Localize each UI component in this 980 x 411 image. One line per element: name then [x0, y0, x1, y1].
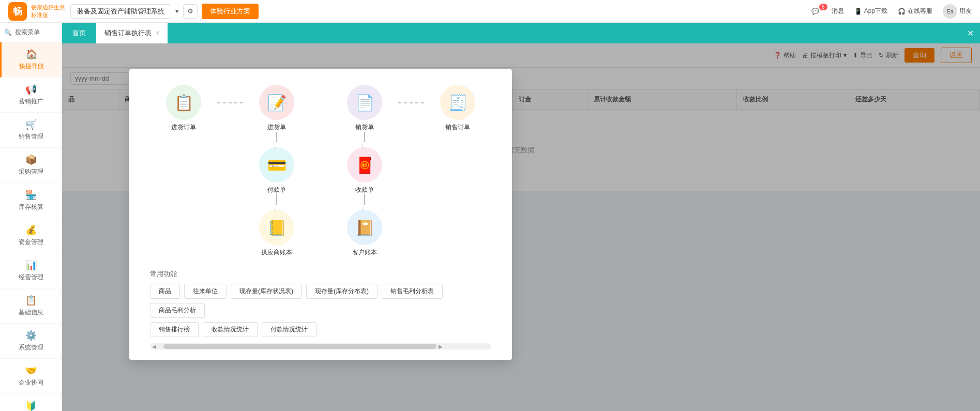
workflow-row-1: 📋 进货订单 📝 进货单: [150, 85, 491, 132]
search-icon: 🔍: [4, 29, 12, 36]
logo-icon: 畅: [8, 2, 27, 21]
wf-label-purchase-bill: 进货单: [267, 123, 286, 132]
wf-label-sales-bill: 销货单: [355, 123, 374, 132]
system-title[interactable]: 装备及固定资产辅助管理系统: [70, 4, 171, 19]
workflow-section: 📋 进货订单 📝 进货单: [150, 85, 491, 257]
sidebar-item-purchase[interactable]: 📦 采购管理: [0, 148, 62, 183]
purchase-bill-icon: 📝: [267, 94, 287, 112]
user-avatar: Ea: [943, 4, 957, 19]
wf-circle-customer-ledger: 📔: [347, 210, 382, 245]
wf-item-supplier-ledger[interactable]: 📒 供应商账本: [243, 210, 310, 257]
common-functions: 常用功能 商品 往来单位 现存量(库存状况表) 现存量(库存分布表) 销售毛利分…: [150, 269, 491, 337]
wf-arrow-down-purchase: ↓: [276, 132, 277, 142]
sidebar: 🔍 搜索菜单 🏠 快捷导航 📢 营销推广 🛒 销售管理 📦 采购管理 🏪 库存核…: [0, 23, 62, 411]
cf-btn-payment-stats[interactable]: 付款情况统计: [262, 322, 316, 337]
wf-circle-supplier-ledger: 📒: [259, 210, 294, 245]
sidebar-item-marketing[interactable]: 📢 营销推广: [0, 78, 62, 113]
main-layout: 🔍 搜索菜单 🏠 快捷导航 📢 营销推广 🛒 销售管理 📦 采购管理 🏪 库存核…: [0, 23, 980, 411]
wf-label-supplier-ledger: 供应商账本: [261, 248, 292, 257]
workflow-arrows-row: ↓ ↓: [150, 132, 491, 142]
customer-ledger-icon: 📔: [355, 219, 374, 237]
message-icon: 💬: [811, 8, 819, 15]
sidebar-item-operations[interactable]: 📊 经营管理: [0, 253, 62, 288]
sidebar-item-system[interactable]: ⚙️ 系统管理: [0, 324, 62, 359]
page-content: ❓ 帮助 🖨 按模板打印 ▾ ⬆ 导出 ↻ 刷新: [62, 43, 980, 411]
marketing-icon: 📢: [25, 84, 37, 95]
sales-icon: 🛒: [25, 119, 37, 130]
wf-circle-purchase-order: 📋: [166, 85, 201, 120]
cf-title: 常用功能: [150, 269, 491, 279]
logo-text: 畅康通好生意 标准版: [31, 4, 65, 19]
popup-scrollbar[interactable]: ◀ ▶: [150, 343, 491, 349]
wf-label-customer-ledger: 客户账本: [352, 248, 377, 257]
basic-info-icon: 📋: [25, 295, 37, 306]
online-service-button[interactable]: 🎧 在线客服: [898, 7, 932, 16]
sidebar-item-finance[interactable]: 💰 资金管理: [0, 218, 62, 253]
workflow-arrows-row-2: ↓ ↓: [150, 194, 491, 205]
cf-btn-sales-ranking[interactable]: 销售排行榜: [150, 322, 199, 337]
search-menu-button[interactable]: 🔍 搜索菜单: [0, 23, 62, 42]
inventory-icon: 🏪: [25, 189, 37, 201]
gear-settings-icon[interactable]: ⚙: [183, 4, 198, 19]
sidebar-item-quick-nav[interactable]: 🏠 快捷导航: [0, 42, 62, 78]
system-icon: ⚙️: [25, 330, 37, 341]
wf-circle-purchase-bill: 📝: [259, 85, 294, 120]
sidebar-item-enterprise[interactable]: 🤝 企业协同: [0, 359, 62, 394]
message-button[interactable]: 💬 6 消息: [811, 7, 844, 16]
wf-circle-receipt-bill: 🧧: [347, 147, 382, 182]
wf-item-sales-order[interactable]: 🧾 销售订单: [424, 85, 491, 132]
tab-bar-close-icon[interactable]: ✕: [967, 28, 980, 38]
sidebar-item-basic-info[interactable]: 📋 基础信息: [0, 288, 62, 324]
wf-label-payment-bill: 付款单: [267, 186, 286, 194]
cf-btn-stock-dist[interactable]: 现存量(库存分布表): [306, 284, 378, 299]
tab-sales-order-execution[interactable]: 销售订单执行表 ×: [96, 23, 168, 43]
sales-bill-icon: 📄: [355, 94, 374, 112]
payment-bill-icon: 💳: [267, 156, 287, 174]
tab-bar: 首页 销售订单执行表 × ✕: [62, 23, 980, 43]
cf-btn-partner[interactable]: 往来单位: [184, 284, 227, 299]
receipt-bill-icon: 🧧: [355, 156, 374, 174]
wf-label-purchase-order: 进货订单: [171, 123, 196, 132]
wf-label-sales-order: 销售订单: [445, 123, 470, 132]
scrollbar-thumb[interactable]: [163, 344, 436, 349]
download-icon: 📱: [854, 8, 862, 15]
purchase-order-icon: 📋: [174, 94, 193, 112]
user-label: 用友: [959, 7, 972, 16]
header-right: 💬 6 消息 📱 App下载 🎧 在线客服 Ea 用友: [811, 4, 972, 19]
user-area[interactable]: Ea 用友: [943, 4, 972, 19]
wf-arrow-down-sales: ↓: [364, 132, 365, 142]
wf-item-customer-ledger[interactable]: 📔 客户账本: [331, 210, 398, 257]
cf-btn-stock-status[interactable]: 现存量(库存状况表): [231, 284, 302, 299]
wf-arrow-purchase-to-bill: [217, 102, 243, 103]
cf-buttons-row-2: 销售排行榜 收款情况统计 付款情况统计: [150, 322, 491, 337]
wf-item-purchase-order[interactable]: 📋 进货订单: [150, 85, 217, 132]
cf-btn-product-profit[interactable]: 商品毛利分析: [150, 303, 205, 318]
wf-circle-sales-bill: 📄: [347, 85, 382, 120]
dropdown-icon[interactable]: ▾: [175, 7, 179, 15]
app-download-button[interactable]: 📱 App下载: [854, 7, 887, 16]
logo-area: 畅 畅康通好生意 标准版: [8, 2, 70, 21]
popup-card: 📋 进货订单 📝 进货单: [129, 69, 512, 360]
experience-button[interactable]: 体验行业方案: [202, 4, 259, 19]
newbie-icon: 🔰: [25, 400, 37, 411]
supplier-ledger-icon: 📒: [267, 219, 287, 237]
wf-item-purchase-bill[interactable]: 📝 进货单: [243, 85, 310, 132]
sidebar-item-newbie[interactable]: 🔰 新手引导: [0, 394, 62, 411]
scroll-right-icon[interactable]: ▶: [436, 342, 445, 351]
scroll-left-icon[interactable]: ◀: [150, 342, 158, 351]
sidebar-item-sales[interactable]: 🛒 销售管理: [0, 113, 62, 148]
workflow-row-2: 💳 付款单 🧧 收款单: [150, 147, 491, 194]
cf-btn-product[interactable]: 商品: [150, 284, 180, 299]
tab-home[interactable]: 首页: [62, 23, 96, 43]
cf-btn-receipt-stats[interactable]: 收款情况统计: [203, 322, 258, 337]
sales-order-icon: 🧾: [448, 94, 468, 112]
enterprise-icon: 🤝: [25, 365, 37, 376]
tab-close-icon[interactable]: ×: [156, 29, 159, 37]
service-icon: 🎧: [898, 8, 906, 15]
wf-item-sales-bill[interactable]: 📄 销货单: [331, 85, 398, 132]
wf-arrow-down-receipt: ↓: [364, 194, 365, 205]
cf-btn-sales-profit[interactable]: 销售毛利分析表: [382, 284, 443, 299]
wf-item-receipt-bill[interactable]: 🧧 收款单: [331, 147, 398, 194]
wf-item-payment-bill[interactable]: 💳 付款单: [243, 147, 310, 194]
sidebar-item-inventory[interactable]: 🏪 库存核算: [0, 183, 62, 218]
